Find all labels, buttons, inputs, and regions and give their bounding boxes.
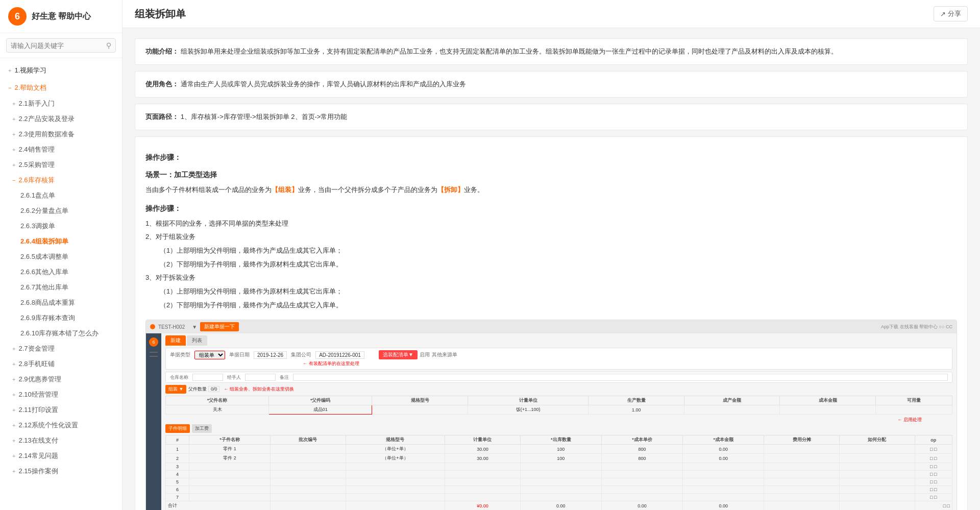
page-title: 组装拆卸单 <box>135 7 186 21</box>
sidebar-item-helpdoc[interactable]: − 2.帮助文档 <box>0 80 122 96</box>
sidebar-item-stocktake[interactable]: 2.6.1盘点单 <box>0 188 122 203</box>
sidebar: 6 好生意 帮助中心 ⚲ + 1.视频学习 − 2.帮助文档 + <box>0 0 122 510</box>
search-icon[interactable]: ⚲ <box>106 41 111 50</box>
main-area: 组装拆卸单 ↗ 分享 功能介绍： 组装拆卸单用来处理企业组装或拆卸等加工业务，支… <box>122 0 980 510</box>
mock-tab-list[interactable]: 列表 <box>187 335 207 346</box>
sidebar-item-video[interactable]: + 1.视频学习 <box>0 62 122 79</box>
sidebar-item-other-in[interactable]: 2.6.6其他入库单 <box>0 264 122 280</box>
scene1-desc: 当由多个子件材料组装成一个成品的业务为【组装】业务，当由一个父件拆分成多个子产品… <box>145 184 957 196</box>
mock-sub-tab[interactable]: 子件明细 <box>165 424 190 433</box>
sidebar-item-beginner[interactable]: + 2.1新手入门 <box>0 96 122 111</box>
ops-steps-title: 操作步骤： <box>145 204 957 213</box>
nav-tree: + 1.视频学习 − 2.帮助文档 + 2.1新手入门 + 2.2产品安装及登录 <box>0 58 122 510</box>
mock-logo: 6 <box>149 337 158 347</box>
step-2-2: （2）下部明细为子件明细，最终作为原材料生成其它出库单。 <box>145 258 957 271</box>
role-text: 通常由生产人员或库管人员完成拆装业务的操作，库管人员确认原材料的出库和产成品的入… <box>181 80 466 88</box>
mock-sidebar-line <box>150 352 158 353</box>
mock-bom-btn[interactable]: 选装配清单▼ <box>379 350 418 359</box>
path-text: 1、库存核算->库存管理->组装拆卸单 2、首页->常用功能 <box>181 113 348 120</box>
screenshot-container: TEST-H002 ▼ 新建单据一下 App下载 在线客服 帮助中心 ○○ CC… <box>145 320 957 510</box>
sidebar-item-cost-recalc[interactable]: 2.6.8商品成本重算 <box>0 295 122 310</box>
sidebar-item-dataprep[interactable]: + 2.3使用前数据准备 <box>0 127 122 142</box>
sidebar-item-purchase[interactable]: + 2.5采购管理 <box>0 157 122 173</box>
share-label: 分享 <box>948 9 961 18</box>
sidebar-item-cost-adjust[interactable]: 2.6.5成本调整单 <box>0 249 122 264</box>
scene1-title: 场景一：加工类型选择 <box>145 171 957 180</box>
search-input[interactable] <box>11 42 106 50</box>
nav-section-2: − 2.帮助文档 + 2.1新手入门 + 2.2产品安装及登录 + 2.3使用前… <box>0 80 122 479</box>
mock-sub-table: # *子件名称 批次编号 规格型号 计量单位 *出库数量 *成本单价 *成本金额… <box>165 435 952 510</box>
func-intro-block: 功能介绍： 组装拆卸单用来处理企业组装或拆卸等加工业务，支持有固定装配清单的产品… <box>135 38 968 65</box>
nav-leaf-inventory: 2.6.1盘点单 2.6.2分量盘点单 2.6.3调拨单 2.6.4组装拆卸单 … <box>0 188 122 341</box>
sidebar-item-label-video: 1.视频学习 <box>14 66 46 75</box>
step-3-2: （2）下部明细为子件明细，最终作为产成品生成其它入库单。 <box>145 299 957 312</box>
search-area: ⚲ <box>0 33 122 58</box>
mock-sidebar-line2 <box>150 356 158 357</box>
func-intro-label: 功能介绍： <box>145 47 179 55</box>
sidebar-item-finance[interactable]: + 2.7资金管理 <box>0 341 122 356</box>
sidebar-item-transfer[interactable]: 2.6.3调拨单 <box>0 218 122 234</box>
sidebar-item-other-out[interactable]: 2.6.7其他出库单 <box>0 280 122 295</box>
sidebar-item-personalize[interactable]: + 2.12系统个性化设置 <box>0 418 122 433</box>
sidebar-item-business[interactable]: + 2.10经营管理 <box>0 387 122 402</box>
role-label: 使用角色： <box>145 80 179 88</box>
sidebar-item-faq[interactable]: + 2.14常见问题 <box>0 448 122 464</box>
nav-sub-items-2: + 2.1新手入门 + 2.2产品安装及登录 + 2.3使用前数据准备 + 2.… <box>0 96 122 479</box>
sidebar-item-label-helpdoc: 2.帮助文档 <box>14 83 46 92</box>
sidebar-item-stock-fix[interactable]: 2.6.10库存账本错了怎么办 <box>0 326 122 341</box>
share-icon: ↗ <box>940 10 946 18</box>
sidebar-item-payment[interactable]: + 2.13在线支付 <box>0 433 122 448</box>
steps-section: 操作步骤： 场景一：加工类型选择 当由多个子件材料组装成一个成品的业务为【组装】… <box>135 136 968 510</box>
app-name: 好生意 帮助中心 <box>32 11 91 22</box>
sidebar-item-mobile[interactable]: + 2.8手机旺铺 <box>0 356 122 372</box>
step-1: 1、根据不同的业务，选择不同单据的类型来处理 <box>145 217 957 230</box>
mock-type-select[interactable]: 组装单 拆卸单 <box>194 351 225 359</box>
mock-tab-new[interactable]: 新建 <box>165 335 186 346</box>
sidebar-item-partial-stocktake[interactable]: 2.6.2分量盘点单 <box>0 203 122 218</box>
func-intro-text: 组装拆卸单用来处理企业组装或拆卸等加工业务，支持有固定装配清单的产品加工业务，也… <box>181 47 838 55</box>
label: 2.1新手入门 <box>18 99 54 108</box>
mock-cost-tab[interactable]: 加工费 <box>192 424 212 433</box>
toggle-icon-2: − <box>8 85 11 91</box>
logo-area: 6 好生意 帮助中心 <box>0 0 122 33</box>
search-box: ⚲ <box>6 38 116 53</box>
sidebar-item-print[interactable]: + 2.11打印设置 <box>0 402 122 418</box>
mock-assemble-tab[interactable]: 组装 ▼ <box>165 385 186 394</box>
ops-title: 操作步骤： <box>145 153 957 162</box>
step-list: 1、根据不同的业务，选择不同单据的类型来处理 2、对于组装业务 （1）上部明细为… <box>145 217 957 312</box>
sidebar-item-cases[interactable]: + 2.15操作案例 <box>0 464 122 479</box>
sidebar-item-assembly[interactable]: 2.6.4组装拆卸单 <box>0 234 122 249</box>
sidebar-item-coupon[interactable]: + 2.9优惠券管理 <box>0 372 122 387</box>
share-button[interactable]: ↗ 分享 <box>934 6 968 21</box>
top-bar: 组装拆卸单 ↗ 分享 <box>122 0 980 28</box>
step-3-1: （1）上部明细为父件明细，最终作为原材料生成其它出库单； <box>145 285 957 298</box>
toggle-icon-1: + <box>8 67 11 74</box>
step-2-1: （1）上部明细为父件明细，最终作为产成品生成其它入库单； <box>145 245 957 257</box>
sidebar-item-sales[interactable]: + 2.4销售管理 <box>0 142 122 157</box>
mock-parent-table: *父件名称 *父件编码 规格型号 计量单位 生产数量 成产金额 成本金额 可用量 <box>165 396 952 415</box>
step-2: 2、对于组装业务 <box>145 231 957 244</box>
nav-section-1: + 1.视频学习 <box>0 62 122 79</box>
sidebar-item-inventory[interactable]: − 2.6库存核算 <box>0 173 122 188</box>
sidebar-item-stock-query[interactable]: 2.6.9库存账本查询 <box>0 310 122 326</box>
role-block: 使用角色： 通常由生产人员或库管人员完成拆装业务的操作，库管人员确认原材料的出库… <box>135 71 968 98</box>
content-area: 功能介绍： 组装拆卸单用来处理企业组装或拆卸等加工业务，支持有固定装配清单的产品… <box>122 28 980 510</box>
mock-new-btn[interactable]: 新建单据一下 <box>200 322 239 331</box>
path-label: 页面路径： <box>145 113 179 120</box>
sidebar-item-install[interactable]: + 2.2产品安装及登录 <box>0 111 122 127</box>
path-block: 页面路径： 1、库存核算->库存管理->组装拆卸单 2、首页->常用功能 <box>135 104 968 130</box>
step-3: 3、对于拆装业务 <box>145 272 957 284</box>
app-logo: 6 <box>8 7 27 26</box>
